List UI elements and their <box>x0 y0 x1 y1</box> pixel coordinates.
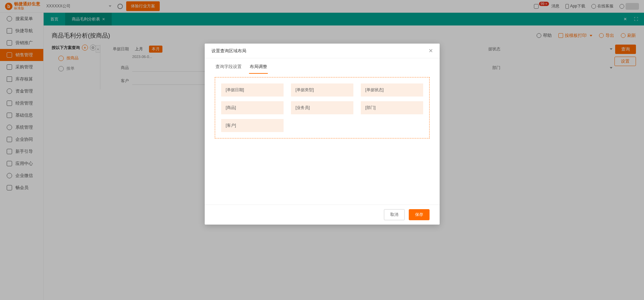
chip-product[interactable]: [商品] <box>221 101 284 114</box>
modal-header: 设置查询区域布局 ✕ <box>205 44 440 58</box>
chip-date[interactable]: [单据日期] <box>221 83 284 97</box>
modal-tabs: 查询字段设置 布局调整 <box>205 58 440 74</box>
save-button[interactable]: 保存 <box>409 209 430 220</box>
tab-field-settings[interactable]: 查询字段设置 <box>215 62 242 74</box>
chip-type[interactable]: [单据类型] <box>291 83 353 97</box>
layout-drag-area: [单据日期] [单据类型] [单据状态] [商品] [业务员] [部门] [客户… <box>215 77 430 138</box>
layout-settings-modal: 设置查询区域布局 ✕ 查询字段设置 布局调整 [单据日期] [单据类型] [单据… <box>205 44 440 225</box>
chip-salesman[interactable]: [业务员] <box>291 101 353 114</box>
tab-layout-adjust[interactable]: 布局调整 <box>249 62 268 74</box>
modal-close-icon[interactable]: ✕ <box>429 48 433 54</box>
modal-body: [单据日期] [单据类型] [单据状态] [商品] [业务员] [部门] [客户… <box>205 74 440 204</box>
chip-customer[interactable]: [客户] <box>221 119 284 132</box>
chip-dept[interactable]: [部门] <box>361 101 423 114</box>
modal-footer: 取消 保存 <box>205 204 440 225</box>
chip-status[interactable]: [单据状态] <box>361 83 423 97</box>
cancel-button[interactable]: 取消 <box>384 209 405 220</box>
modal-title: 设置查询区域布局 <box>211 48 246 54</box>
